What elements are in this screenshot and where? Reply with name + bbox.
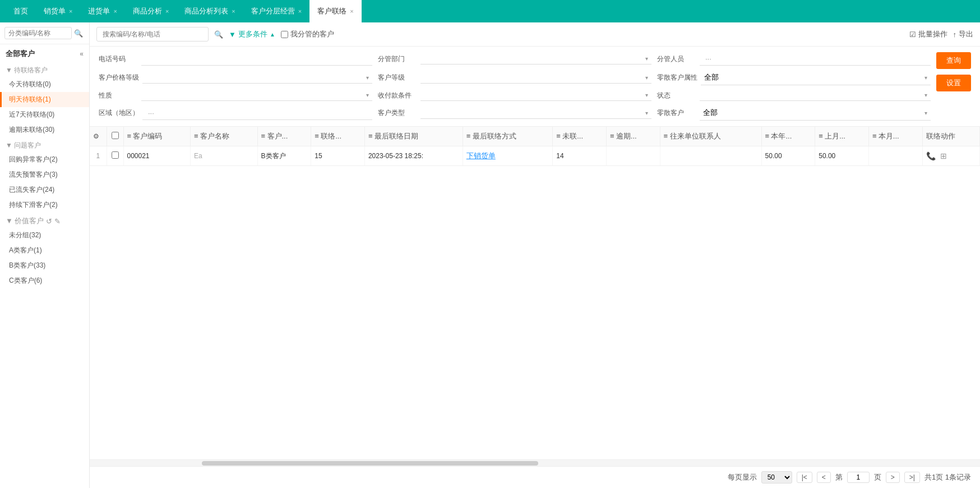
nav-close-icon[interactable]: × xyxy=(350,8,353,15)
nav-close-icon[interactable]: × xyxy=(165,8,169,15)
phone-action-icon[interactable]: 📞 xyxy=(926,151,936,160)
prev-page-btn[interactable]: < xyxy=(817,472,831,483)
main-search-icon[interactable]: 🔍 xyxy=(214,30,223,39)
settings-button[interactable]: 设置 xyxy=(936,75,971,91)
chevron-down-icon: ▾ xyxy=(645,110,648,116)
th-settings[interactable]: ⚙ xyxy=(90,127,107,146)
sidebar-search-input[interactable] xyxy=(4,27,72,39)
filter-row-1: 电话号码 分管部门 ▾ 分管人员 xyxy=(99,52,931,66)
filter-payment: 收付款条件 ▾ xyxy=(378,90,651,101)
filter-price-level: 客户价格等级 ▾ xyxy=(99,72,372,84)
last-contact-link[interactable]: 下销货单 xyxy=(466,151,496,160)
horizontal-scrollbar[interactable] xyxy=(90,459,980,466)
sidebar-item-ungrouped[interactable]: 未分组(32) xyxy=(0,228,89,243)
nav-close-icon[interactable]: × xyxy=(113,8,117,15)
th-contact-count: ≡ 联络... xyxy=(311,127,365,146)
row-checkbox[interactable] xyxy=(112,151,119,159)
th-name: ≡ 客户名称 xyxy=(191,127,258,146)
nav-product-analysis-list[interactable]: 商品分析列表× xyxy=(177,0,243,22)
sidebar-search-icon[interactable]: 🔍 xyxy=(74,29,83,38)
edit-icon[interactable]: ✎ xyxy=(54,217,61,225)
chevron-down-icon: ▾ xyxy=(366,75,369,81)
sidebar-item-today[interactable]: 今天待联络(0) xyxy=(0,77,89,92)
more-conditions-btn[interactable]: ▼ 更多条件 ▲ xyxy=(229,29,275,39)
nav-close-icon[interactable]: × xyxy=(69,8,72,15)
last-page-btn[interactable]: >| xyxy=(904,472,920,483)
first-page-btn[interactable]: |< xyxy=(797,472,812,483)
main-layout: 🔍 全部客户 « ▼ 待联络客户 今天待联络(0) 明天待联络(1) 近7天待联… xyxy=(0,22,980,488)
filter-cust-type-label: 客户类型 xyxy=(378,108,417,118)
filter-retail-attr-select[interactable]: 全部 ▾ xyxy=(701,70,931,85)
main-search-input[interactable] xyxy=(96,27,209,42)
grid-action-icon[interactable]: ⊞ xyxy=(940,151,947,160)
filter-dept: 分管部门 ▾ xyxy=(378,53,651,65)
sidebar-item-class-c[interactable]: C类客户(6) xyxy=(0,273,89,288)
chevron-down-icon: ▾ xyxy=(366,92,369,98)
th-uncontacted: ≡ 未联... xyxy=(553,127,607,146)
nav-product-analysis[interactable]: 商品分析× xyxy=(125,0,177,22)
nav-purchase-order[interactable]: 进货单× xyxy=(80,0,124,22)
td-this-month xyxy=(868,146,922,166)
th-checkbox[interactable] xyxy=(107,127,123,146)
filter-price-select[interactable]: ▾ xyxy=(142,72,372,84)
filter-person-select[interactable]: ··· xyxy=(700,52,931,66)
filter-region-label: 区域（地区） xyxy=(99,108,139,118)
filter-nature-label: 性质 xyxy=(99,91,138,100)
refresh-icon[interactable]: ↺ xyxy=(46,217,52,225)
query-button[interactable]: 查询 xyxy=(936,52,971,69)
td-checkbox[interactable] xyxy=(107,146,123,166)
td-last-method[interactable]: 下销货单 xyxy=(463,146,552,166)
dots-icon[interactable]: ··· xyxy=(705,54,711,63)
th-code: ≡ 客户编码 xyxy=(123,127,191,146)
td-num: 1 xyxy=(90,146,107,166)
nav-close-icon[interactable]: × xyxy=(298,8,302,15)
sidebar-item-class-a[interactable]: A类客户(1) xyxy=(0,243,89,258)
filter-retail: 零散客户 全部 ▾ xyxy=(657,105,931,121)
filter-payment-select[interactable]: ▾ xyxy=(420,90,651,101)
nav-home[interactable]: 首页 xyxy=(6,0,36,22)
filter-retail-select[interactable]: 全部 ▾ xyxy=(700,105,931,121)
filter-cust-level-select[interactable]: ▾ xyxy=(420,72,651,84)
sidebar-all-customers[interactable]: 全部客户 « xyxy=(0,44,89,62)
nav-close-icon[interactable]: × xyxy=(232,8,235,15)
sidebar-item-tomorrow[interactable]: 明天待联络(1) xyxy=(0,92,89,107)
filter-cust-level-label: 客户等级 xyxy=(378,73,417,82)
collapse-icon: « xyxy=(80,50,84,58)
advanced-filter-panel: 电话号码 分管部门 ▾ 分管人员 xyxy=(90,47,980,127)
filter-actions: 查询 设置 xyxy=(931,52,971,121)
filter-phone-label: 电话号码 xyxy=(99,54,138,64)
pagination-bar: 每页显示 50 100 200 |< < 第 页 > >| 共1页 1条记录 xyxy=(90,466,980,488)
sidebar-item-churn-warning[interactable]: 流失预警客户(3) xyxy=(0,167,89,182)
sidebar-item-repurchase-abnormal[interactable]: 回购异常客户(2) xyxy=(0,152,89,167)
total-records: 共1页 1条记录 xyxy=(924,472,971,482)
td-type: B类客户 xyxy=(257,146,311,166)
my-customers-checkbox[interactable]: 我分管的客户 xyxy=(281,29,334,39)
my-customers-check[interactable] xyxy=(281,31,288,38)
per-page-select[interactable]: 50 100 200 xyxy=(761,471,792,484)
select-all-checkbox[interactable] xyxy=(112,132,119,139)
filter-nature-select[interactable]: ▾ xyxy=(141,90,372,101)
filter-payment-label: 收付款条件 xyxy=(378,91,417,100)
next-page-btn[interactable]: > xyxy=(886,472,900,483)
sidebar-item-class-b[interactable]: B类客户(33) xyxy=(0,258,89,273)
sidebar-item-overdue[interactable]: 逾期未联络(30) xyxy=(0,122,89,137)
filter-dept-select[interactable]: ▾ xyxy=(420,53,651,65)
filter-cust-type-select[interactable]: ▾ xyxy=(420,108,651,119)
export-btn[interactable]: ↑ 导出 xyxy=(953,29,974,39)
sidebar-item-churned[interactable]: 已流失客户(24) xyxy=(0,182,89,197)
filter-phone-input[interactable] xyxy=(141,53,372,66)
filter-region-select[interactable]: ··· xyxy=(142,107,372,120)
th-overdue: ≡ 逾期... xyxy=(606,127,660,146)
nav-customer-contact[interactable]: 客户联络× xyxy=(309,0,361,22)
scrollbar-thumb[interactable] xyxy=(202,461,538,466)
sidebar-item-declining[interactable]: 持续下滑客户(2) xyxy=(0,197,89,213)
nav-sales-order[interactable]: 销货单× xyxy=(36,0,80,22)
batch-operation-btn[interactable]: ☑ 批量操作 xyxy=(909,29,947,39)
nav-customer-segmentation[interactable]: 客户分层经营× xyxy=(243,0,309,22)
chevron-down-icon: ▾ xyxy=(645,56,648,62)
dots-icon[interactable]: ··· xyxy=(148,109,154,117)
sidebar-item-7days[interactable]: 近7天待联络(0) xyxy=(0,107,89,122)
page-number-input[interactable] xyxy=(847,472,870,483)
filter-retail-label: 零散客户 xyxy=(657,108,696,118)
filter-status-select[interactable]: ▾ xyxy=(700,90,931,101)
